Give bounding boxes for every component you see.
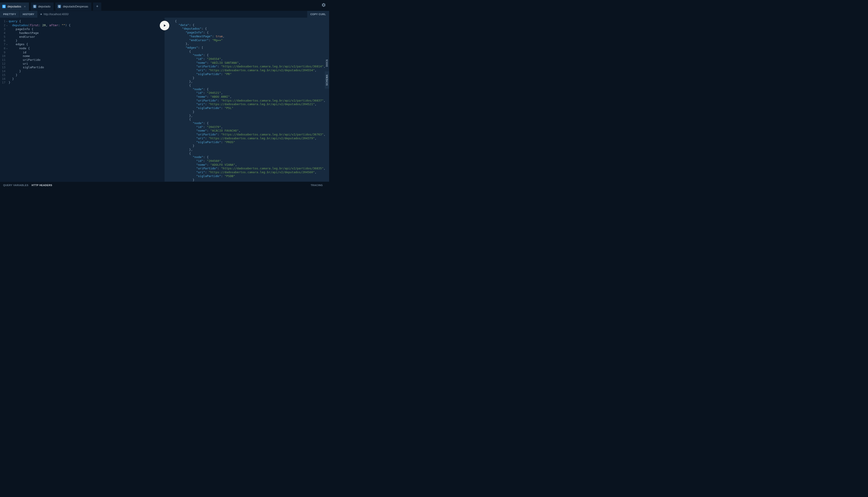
side-dock: DOCS SCHEMA <box>325 56 329 89</box>
history-button[interactable]: HISTORY <box>19 11 38 18</box>
tab-deputadoDespesas[interactable]: Q deputadoDespesas <box>55 2 91 11</box>
prettify-button[interactable]: PRETTIFY <box>0 11 19 18</box>
query-editor[interactable]: 1query { 2 deputados(first: 20, after: "… <box>0 18 164 182</box>
tab-bar: Q deputados × Q deputado Q deputadoDespe… <box>0 0 329 11</box>
status-dot-icon <box>41 14 42 15</box>
tab-deputados[interactable]: Q deputados × <box>0 2 29 11</box>
new-tab-button[interactable]: + <box>93 2 101 11</box>
query-variables-tab[interactable]: QUERY VARIABLES <box>3 184 28 186</box>
query-icon: Q <box>58 5 61 8</box>
http-headers-tab[interactable]: HTTP HEADERS <box>32 184 52 186</box>
query-icon: Q <box>2 5 6 8</box>
tab-deputado[interactable]: Q deputado <box>31 2 54 11</box>
docs-tab[interactable]: DOCS <box>325 56 329 70</box>
schema-tab[interactable]: SCHEMA <box>325 71 329 89</box>
tab-label: deputado <box>38 5 50 8</box>
query-icon: Q <box>33 5 37 8</box>
gear-icon[interactable] <box>321 3 326 8</box>
main-area: 1query { 2 deputados(first: 20, after: "… <box>0 18 329 182</box>
url-input[interactable]: http://localhost:4000/ <box>38 11 307 18</box>
close-icon[interactable]: × <box>24 5 26 8</box>
copy-curl-button[interactable]: COPY CURL <box>307 11 329 18</box>
tracing-tab[interactable]: TRACING <box>310 184 323 186</box>
play-button[interactable] <box>159 20 170 31</box>
tab-label: deputadoDespesas <box>63 5 88 8</box>
url-text: http://localhost:4000/ <box>44 13 69 16</box>
toolbar: PRETTIFY HISTORY http://localhost:4000/ … <box>0 11 329 18</box>
tab-label: deputados <box>8 5 21 8</box>
response-viewer[interactable]: { "data": { "deputados": { "pageInfo": {… <box>164 18 329 182</box>
footer-tabs: QUERY VARIABLES HTTP HEADERS TRACING <box>0 182 329 188</box>
